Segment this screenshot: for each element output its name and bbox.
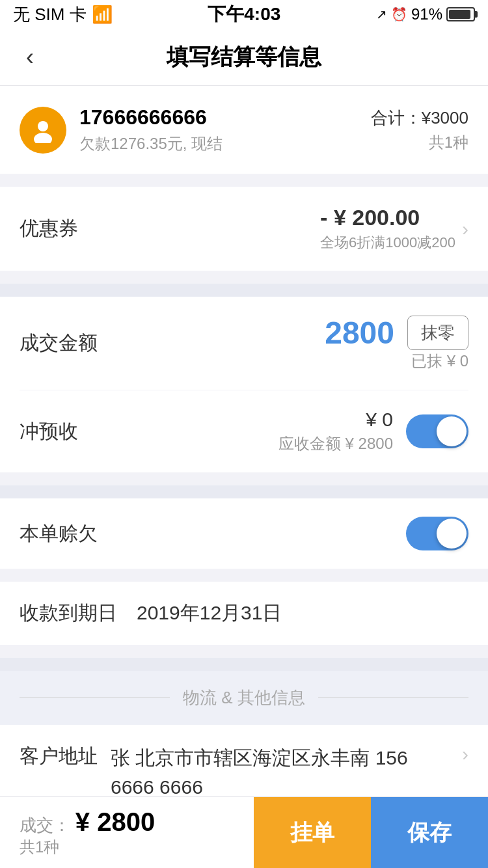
- address-label: 客户地址: [20, 743, 98, 770]
- battery-percent: 91%: [411, 5, 442, 23]
- total-count: 共1种: [371, 132, 468, 153]
- transaction-amount-label: 成交金额: [20, 330, 98, 357]
- battery-icon: [446, 7, 475, 21]
- footer-deal-label: 成交：: [20, 815, 70, 835]
- save-button[interactable]: 保存: [371, 797, 488, 869]
- coupon-desc: 全场6折满1000减200: [320, 233, 455, 252]
- due-date-prefix: 收款到期日: [20, 602, 137, 623]
- logistics-divider: 物流 & 其他信息: [0, 671, 488, 725]
- back-button[interactable]: ‹: [20, 37, 40, 77]
- coupon-row[interactable]: 优惠券 - ¥ 200.00 全场6折满1000减200 ›: [0, 187, 488, 271]
- precharge-label: 冲预收: [20, 418, 78, 445]
- debt-toggle-knob: [437, 519, 467, 549]
- pending-button[interactable]: 挂单: [254, 797, 371, 869]
- transaction-amount-value: 2800: [325, 315, 394, 351]
- debt-toggle[interactable]: [406, 517, 468, 550]
- section-divider-3: [0, 658, 488, 671]
- round-zero-button[interactable]: 抹零: [407, 316, 468, 350]
- address-value: 张 北京市市辖区海淀区永丰南 156 6666 6666: [111, 743, 449, 802]
- section-divider-2: [0, 485, 488, 498]
- coupon-label: 优惠券: [20, 215, 78, 242]
- status-bar: 无 SIM 卡 📶 下午4:03 ↗ ⏰ 91%: [0, 0, 488, 29]
- footer-info: 成交： ¥ 2800 共1种: [0, 807, 254, 858]
- location-icon: ↗: [376, 7, 387, 22]
- address-chevron-icon: ›: [462, 743, 468, 765]
- debt-label: 本单赊欠: [20, 521, 98, 547]
- due-date-label: 收款到期日 2019年12月31日: [20, 602, 282, 623]
- precharge-toggle[interactable]: [406, 414, 468, 448]
- chevron-right-icon: ›: [462, 218, 468, 240]
- content-area: 17666666666 欠款1276.35元, 现结 合计：¥3000 共1种 …: [0, 86, 488, 868]
- page-title: 填写结算等信息: [167, 42, 321, 72]
- footer-amount: ¥ 2800: [75, 807, 155, 836]
- nav-bar: ‹ 填写结算等信息: [0, 29, 488, 86]
- transaction-amount-sub: 已抹 ¥ 0: [325, 351, 468, 372]
- carrier-text: 无 SIM 卡: [13, 3, 87, 26]
- customer-info-card: 17666666666 欠款1276.35元, 现结 合计：¥3000 共1种: [0, 86, 488, 174]
- svg-point-1: [34, 133, 52, 143]
- section-divider-1: [0, 284, 488, 297]
- due-date-value: 2019年12月31日: [137, 602, 282, 623]
- wifi-icon: 📶: [92, 5, 113, 25]
- due-date-section: 收款到期日 2019年12月31日: [0, 582, 488, 645]
- clock-time: 下午4:03: [208, 4, 280, 24]
- alarm-icon: ⏰: [391, 7, 407, 22]
- precharge-sub: 应收金额 ¥ 2800: [278, 433, 393, 454]
- total-label: 合计：¥3000: [371, 107, 468, 129]
- amount-section: 成交金额 2800 抹零 已抹 ¥ 0 冲预收 ¥ 0 应收金额 ¥ 2800: [0, 297, 488, 472]
- footer-bar: 成交： ¥ 2800 共1种 挂单 保存: [0, 796, 488, 868]
- logistics-divider-text: 物流 & 其他信息: [170, 686, 318, 709]
- customer-phone: 17666666666: [79, 105, 223, 129]
- footer-count: 共1种: [20, 837, 234, 858]
- divider-line-right: [318, 698, 468, 698]
- toggle-knob: [437, 416, 467, 446]
- customer-subtitle: 欠款1276.35元, 现结: [79, 133, 223, 154]
- coupon-amount: - ¥ 200.00: [320, 205, 455, 230]
- svg-point-0: [38, 121, 48, 131]
- avatar: [20, 107, 66, 154]
- debt-section: 本单赊欠: [0, 498, 488, 569]
- transaction-amount-row: 成交金额 2800 抹零 已抹 ¥ 0: [20, 297, 468, 390]
- precharge-row: 冲预收 ¥ 0 应收金额 ¥ 2800: [20, 390, 468, 472]
- precharge-amount: ¥ 0: [278, 409, 393, 431]
- divider-line-left: [20, 698, 170, 698]
